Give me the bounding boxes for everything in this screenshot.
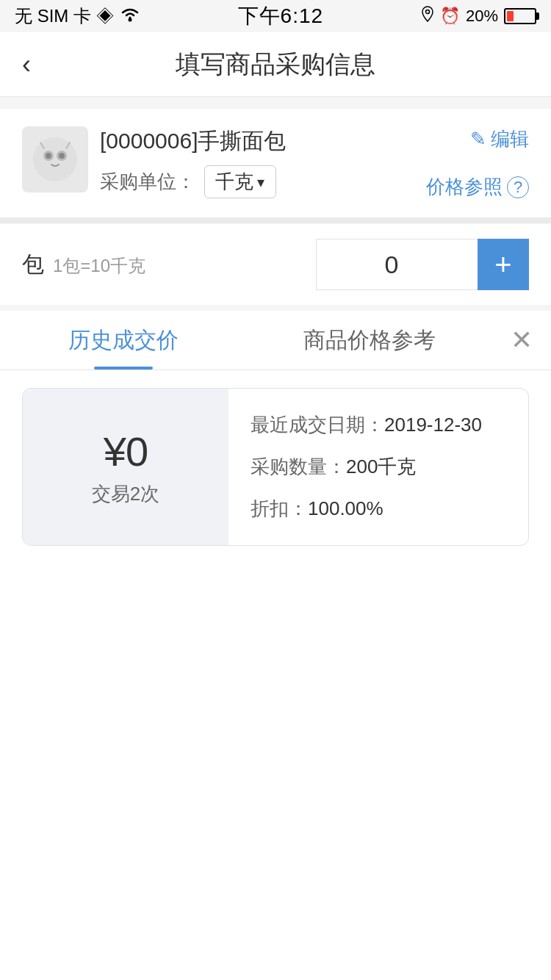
location-icon bbox=[421, 6, 434, 26]
tab-product-price[interactable]: 商品价格参考 bbox=[246, 311, 492, 370]
purchase-qty-row: 采购数量：200千克 bbox=[251, 453, 506, 481]
nav-bar: ‹ 填写商品采购信息 bbox=[0, 32, 551, 97]
edit-button[interactable]: ✎ 编辑 bbox=[470, 126, 529, 152]
status-left: 无 SIM 卡 ◈ bbox=[15, 4, 140, 28]
transaction-summary: ¥0 交易2次 bbox=[23, 389, 228, 545]
currency-symbol: ¥ bbox=[104, 428, 126, 475]
tabs-section: 历史成交价 商品价格参考 ✕ ¥0 交易2次 最近成交日期：2019-12-30… bbox=[0, 311, 551, 563]
status-bar: 无 SIM 卡 ◈ 下午6:12 ⏰ 20% bbox=[0, 0, 551, 32]
quantity-conversion: 1包=10千克 bbox=[53, 254, 145, 278]
bottom-content bbox=[0, 563, 551, 980]
purchase-qty-value: 200千克 bbox=[346, 455, 416, 478]
svg-point-0 bbox=[128, 18, 132, 22]
divider bbox=[0, 217, 551, 223]
quantity-plus-button[interactable]: + bbox=[478, 239, 529, 290]
discount-label: 折扣： bbox=[251, 497, 308, 519]
alarm-icon: ⏰ bbox=[440, 7, 460, 26]
battery-icon bbox=[504, 8, 536, 24]
status-time: 下午6:12 bbox=[238, 2, 324, 30]
tab-history-price[interactable]: 历史成交价 bbox=[0, 311, 246, 370]
product-thumbnail bbox=[22, 126, 88, 192]
discount-row: 折扣：100.00% bbox=[251, 494, 506, 523]
battery-percent: 20% bbox=[466, 7, 498, 26]
tabs-header: 历史成交价 商品价格参考 ✕ bbox=[0, 311, 551, 370]
unit-selector[interactable]: 千克 ▾ bbox=[204, 165, 269, 198]
page-title: 填写商品采购信息 bbox=[176, 48, 375, 82]
trade-count: 交易2次 bbox=[92, 481, 159, 507]
recent-date-row: 最近成交日期：2019-12-30 bbox=[251, 411, 506, 439]
discount-value: 100.00% bbox=[308, 497, 383, 519]
quantity-unit-label: 包 bbox=[22, 250, 44, 280]
product-name: [0000006]手撕面包 bbox=[100, 126, 286, 156]
unit-value[interactable]: 千克 bbox=[204, 165, 276, 198]
svg-point-5 bbox=[46, 153, 51, 159]
transaction-price: ¥0 bbox=[104, 428, 148, 475]
edit-label: 编辑 bbox=[491, 126, 529, 152]
transaction-list: ¥0 交易2次 最近成交日期：2019-12-30 采购数量：200千克 折扣：… bbox=[0, 370, 551, 563]
price-value: 0 bbox=[126, 428, 148, 475]
recent-date-label: 最近成交日期： bbox=[251, 414, 384, 436]
unit-label: 采购单位： bbox=[100, 169, 195, 195]
recent-date-value: 2019-12-30 bbox=[384, 414, 482, 436]
quantity-input[interactable] bbox=[316, 239, 478, 290]
quantity-row: 包 1包=10千克 + bbox=[0, 224, 551, 305]
transaction-card: ¥0 交易2次 最近成交日期：2019-12-30 采购数量：200千克 折扣：… bbox=[22, 388, 529, 546]
svg-point-6 bbox=[59, 153, 65, 159]
edit-icon: ✎ bbox=[470, 128, 486, 151]
status-right: ⏰ 20% bbox=[421, 6, 536, 26]
sim-status: 无 SIM 卡 ◈ bbox=[15, 4, 114, 28]
transaction-details: 最近成交日期：2019-12-30 采购数量：200千克 折扣：100.00% bbox=[228, 389, 528, 545]
price-ref-label: 价格参照 bbox=[426, 174, 503, 200]
svg-point-2 bbox=[33, 137, 77, 181]
wifi-icon bbox=[120, 6, 140, 26]
quantity-input-area: + bbox=[316, 239, 529, 290]
product-card: [0000006]手撕面包 采购单位： 千克 ▾ ✎ 编辑 价格参照 ? bbox=[0, 109, 551, 217]
back-button[interactable]: ‹ bbox=[22, 49, 31, 80]
price-reference-button[interactable]: 价格参照 ? bbox=[426, 174, 529, 200]
purchase-qty-label: 采购数量： bbox=[251, 455, 346, 478]
help-icon: ? bbox=[507, 176, 529, 198]
svg-point-1 bbox=[425, 10, 429, 14]
tab-close-button[interactable]: ✕ bbox=[492, 311, 551, 370]
